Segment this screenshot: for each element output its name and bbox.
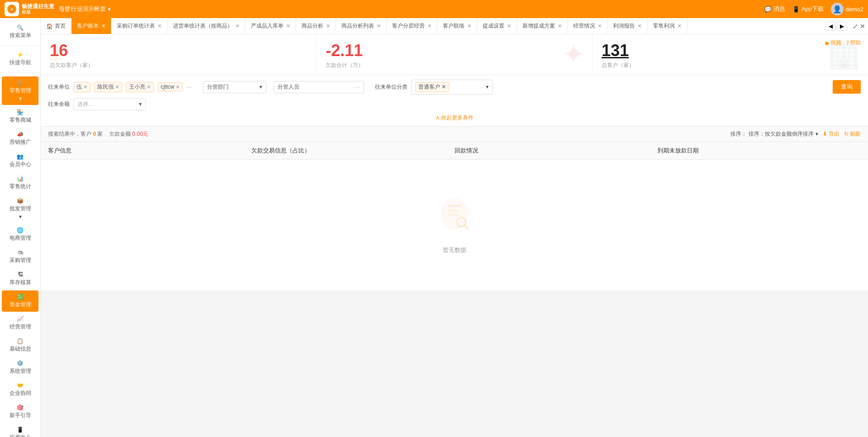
quick-nav-btn[interactable]: ⚡ 快捷导航 bbox=[3, 48, 38, 71]
results-right: 排序： 排序：按欠款金额倒序排序 ▾ ⬇ 导出 ↻ 刷新 bbox=[730, 130, 861, 138]
debt-total-value: -2.11 bbox=[326, 42, 363, 60]
unit-class-select[interactable]: 普通客户 ✕ ▾ bbox=[411, 80, 493, 95]
more-tags-btn[interactable]: ··· bbox=[187, 83, 192, 90]
search-menu-btn[interactable]: 🔍 搜索菜单 bbox=[3, 22, 38, 42]
tab-improve-settings[interactable]: 提成设置 ✕ bbox=[477, 18, 517, 34]
message-btn[interactable]: 💬 消息 bbox=[764, 5, 785, 13]
sidebar-item-finance[interactable]: 💹 资金管理 bbox=[2, 290, 38, 312]
sort-select[interactable]: 排序： 排序：按欠款金额倒序排序 ▾ bbox=[730, 130, 818, 138]
tab-close-prod-list[interactable]: ✕ bbox=[377, 23, 381, 29]
tab-biz-status[interactable]: 经营情况 ✕ bbox=[568, 18, 608, 34]
app-download-btn[interactable]: 📱 App下载 bbox=[792, 5, 824, 13]
message-icon: 💬 bbox=[764, 6, 772, 13]
user-profile[interactable]: 👤 demo2 bbox=[831, 3, 863, 15]
sidebar-section: 🛒 零售管理 ▾ 🏪 零售商城 📣 营销推广 👥 会员中心 📊 bbox=[0, 73, 40, 437]
tab-inventory-stats[interactable]: 进货单统计表（按商品） ✕ bbox=[168, 18, 245, 34]
tab-close-inventory[interactable]: ✕ bbox=[235, 23, 240, 29]
tab-purchase-order[interactable]: 采购订单统计表 ✕ bbox=[111, 18, 168, 34]
col-header-debt: 欠款交易信息（占比） bbox=[251, 147, 455, 155]
sidebar-item-coop[interactable]: 🤝 企业协同 bbox=[2, 379, 38, 400]
stats-bar: ¥ 16 总欠款客户（家） ✦ -2.11 欠款合计（万） bbox=[41, 34, 868, 75]
tab-next-btn[interactable]: ▶ bbox=[837, 22, 847, 31]
balance-select[interactable]: 选择... ▾ bbox=[73, 98, 146, 110]
sidebar-item-retail-mgmt[interactable]: 🛒 零售管理 ▾ bbox=[2, 76, 38, 105]
tab-profit-report[interactable]: 利润报告 ✕ bbox=[608, 18, 647, 34]
stat-bg-money-icon: ¥ bbox=[48, 39, 63, 70]
close-chen-btn[interactable]: ✕ bbox=[115, 84, 119, 90]
tabs-bar: 🏠 首页 客户账本 ✕ 采购订单统计表 ✕ 进货单统计表（按商品） ✕ 产成品入… bbox=[41, 18, 868, 34]
unit-class-tag: 普通客户 ✕ bbox=[415, 82, 449, 92]
tab-expand-btn[interactable]: ⤢ bbox=[853, 23, 858, 30]
close-wang-btn[interactable]: ✕ bbox=[147, 84, 151, 90]
tab-close-all-btn[interactable]: ✕ bbox=[860, 23, 865, 30]
refresh-btn[interactable]: ↻ 刷新 bbox=[844, 130, 861, 138]
sidebar-item-app-center[interactable]: 📱 应用中心 bbox=[2, 423, 38, 437]
sidebar-item-retail-shop[interactable]: 🏪 零售商城 bbox=[2, 106, 38, 127]
query-button[interactable]: 查询 bbox=[833, 80, 861, 94]
empty-state: 暂无数据 bbox=[41, 160, 868, 290]
debt-total-label: 欠款合计（万） bbox=[326, 62, 364, 69]
sidebar-item-ops[interactable]: 📈 经营管理 bbox=[2, 313, 38, 334]
sidebar-item-new-guide[interactable]: 🎯 新手引导 bbox=[2, 401, 38, 423]
chevron-down-icon: ▾ bbox=[108, 6, 111, 13]
sidebar-item-inventory[interactable]: 🏗 库存核算 bbox=[2, 268, 38, 290]
sort-label: 排序： bbox=[730, 130, 747, 138]
tab-prev-btn[interactable]: ◀ bbox=[825, 22, 836, 31]
download-icon: 📱 bbox=[792, 6, 800, 13]
tab-customer-segment[interactable]: 客户分层经营 ✕ bbox=[387, 18, 437, 34]
tab-close-improve[interactable]: ✕ bbox=[507, 23, 511, 29]
app-container: ¥ 畅捷通好生意 标版 母婴行业演示帐套 ▾ 💬 消息 📱 App下载 bbox=[0, 0, 868, 437]
top-bar: ¥ 畅捷通好生意 标版 母婴行业演示帐套 ▾ 💬 消息 📱 App下载 bbox=[0, 0, 868, 18]
sidebar-item-batch-mgmt[interactable]: 📦 批发管理 ▾ bbox=[2, 195, 38, 223]
tab-close-cust-contact[interactable]: ✕ bbox=[467, 23, 471, 29]
collapse-btn[interactable]: ∧ 收起更多条件 bbox=[436, 114, 474, 122]
video-link[interactable]: ▶ 视频 bbox=[825, 39, 841, 47]
tab-produce[interactable]: 产成品入库单 ✕ bbox=[245, 18, 296, 34]
person-ellipsis[interactable]: ··· bbox=[355, 84, 360, 90]
close-wu-btn[interactable]: ✕ bbox=[83, 84, 87, 90]
tab-close-cust-seg[interactable]: ✕ bbox=[427, 23, 432, 29]
tab-close-prod-analysis[interactable]: ✕ bbox=[326, 23, 330, 29]
filter-row-2: 往来余额 选择... ▾ bbox=[48, 98, 861, 110]
username: demo2 bbox=[845, 6, 863, 13]
tab-close-produce[interactable]: ✕ bbox=[286, 23, 290, 29]
tab-retail-profit[interactable]: 零售利润 ✕ bbox=[647, 18, 687, 34]
tab-close-biz[interactable]: ✕ bbox=[598, 23, 602, 29]
total-label: 总客户（家） bbox=[602, 62, 634, 69]
tab-customer-book[interactable]: 客户账本 ✕ bbox=[72, 18, 111, 34]
empty-text: 暂无数据 bbox=[443, 246, 466, 254]
tab-home[interactable]: 🏠 首页 bbox=[41, 18, 72, 34]
sidebar-item-ecommerce[interactable]: 🌐 电商管理 bbox=[2, 224, 38, 245]
person-select[interactable]: 分管人员 ··· bbox=[273, 81, 364, 93]
sidebar-item-marketing[interactable]: 📣 营销推广 bbox=[2, 128, 38, 149]
svg-rect-3 bbox=[448, 205, 461, 207]
stat-bg-debt-icon: ✦ bbox=[562, 39, 585, 70]
sidebar: 🔍 搜索菜单 ⚡ 快捷导航 🛒 零售管理 ▾ 🏪 零售商城 bbox=[0, 18, 41, 437]
dept-select[interactable]: 分管部门 ▾ bbox=[203, 81, 266, 93]
account-dropdown[interactable]: 母婴行业演示帐套 ▾ bbox=[54, 5, 764, 13]
export-btn[interactable]: ⬇ 导出 bbox=[823, 130, 839, 138]
tab-customer-contact[interactable]: 客户联络 ✕ bbox=[437, 18, 477, 34]
sidebar-item-sys[interactable]: ⚙️ 系统管理 bbox=[2, 357, 38, 378]
tab-close-new-improve[interactable]: ✕ bbox=[558, 23, 562, 29]
tab-close-retail-profit[interactable]: ✕ bbox=[677, 23, 681, 29]
sidebar-item-purchase[interactable]: 🛍 采购管理 bbox=[2, 246, 38, 267]
tab-product-analysis[interactable]: 商品分析 ✕ bbox=[296, 18, 336, 34]
main-layout: 🔍 搜索菜单 ⚡ 快捷导航 🛒 零售管理 ▾ 🏪 零售商城 bbox=[0, 18, 868, 437]
tab-close-profit[interactable]: ✕ bbox=[638, 23, 642, 29]
unit-class-label: 往来单位分类 bbox=[375, 83, 408, 91]
balance-label: 往来余额 bbox=[48, 100, 70, 108]
sidebar-item-retail-stats[interactable]: 📊 零售统计 bbox=[2, 172, 38, 194]
filter-section: 往来单位 伍 ✕ 陈民强 ✕ 王小亮 ✕ bbox=[41, 75, 868, 127]
tab-close-purchase[interactable]: ✕ bbox=[158, 23, 162, 29]
close-class-tag-btn[interactable]: ✕ bbox=[441, 84, 446, 90]
tab-new-improve[interactable]: 新增提成方案 ✕ bbox=[517, 18, 568, 34]
app-title: 畅捷通好生意 bbox=[22, 4, 54, 10]
tab-product-list[interactable]: 商品分析列表 ✕ bbox=[336, 18, 387, 34]
filter-tag-cjttcw: cjttcw ✕ bbox=[158, 82, 183, 91]
help-link[interactable]: ? 帮助 bbox=[846, 39, 861, 47]
sidebar-item-member[interactable]: 👥 会员中心 bbox=[2, 150, 38, 171]
tab-close-customer-book[interactable]: ✕ bbox=[101, 23, 106, 29]
sidebar-item-base-info[interactable]: 📋 基础信息 bbox=[2, 335, 38, 356]
close-cjttcw-btn[interactable]: ✕ bbox=[176, 84, 180, 90]
